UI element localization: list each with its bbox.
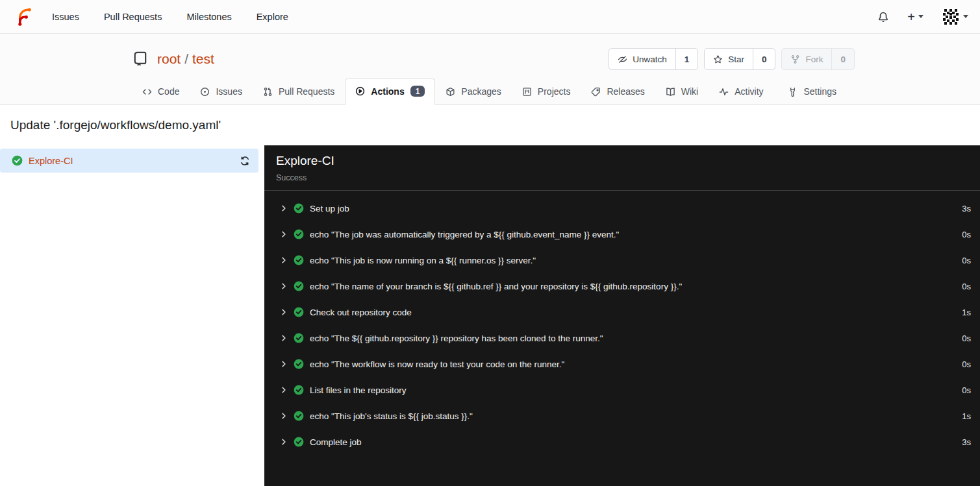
step-duration: 0s — [954, 334, 971, 343]
run-title: Update '.forgejo/workflows/demo.yaml' — [0, 105, 980, 145]
step-row[interactable]: Complete job 3s — [264, 429, 980, 455]
job-panel-title: Explore-CI — [276, 154, 968, 168]
tab-label: Pull Requests — [279, 86, 334, 97]
tab-label: Packages — [461, 86, 501, 97]
code-icon — [142, 87, 152, 97]
repo-owner-link[interactable]: root — [157, 51, 181, 66]
watch-count[interactable]: 1 — [675, 49, 698, 69]
star-button[interactable]: Star — [705, 49, 753, 69]
tab-issues[interactable]: Issues — [190, 79, 252, 105]
step-row[interactable]: echo "The ${{ github.repository }} repos… — [264, 325, 980, 351]
fork-button[interactable]: Fork — [782, 49, 831, 69]
repo-action-buttons: Unwatch 1 Star 0 — [609, 48, 855, 70]
chevron-right-icon — [280, 438, 288, 446]
repo-name-link[interactable]: test — [192, 51, 214, 66]
nav-link[interactable]: Pull Requests — [104, 12, 162, 22]
job-panel-header: Explore-CI Success — [264, 145, 980, 191]
tab-label: Issues — [216, 86, 242, 97]
nav-link[interactable]: Explore — [257, 12, 288, 22]
fork-icon — [790, 55, 800, 64]
job-name: Explore-CI — [29, 156, 73, 166]
job-item-explore-ci[interactable]: Explore-CI — [0, 149, 258, 173]
jobs-sidebar: Explore-CI — [0, 145, 264, 486]
step-row[interactable]: Check out repository code 1s — [264, 299, 980, 325]
check-circle-icon — [294, 385, 304, 395]
step-name: Set up job — [310, 204, 349, 213]
create-new-button[interactable]: + — [907, 10, 923, 23]
repo-header: root/test Unwatch 1 — [0, 34, 980, 105]
unwatch-button[interactable]: Unwatch — [609, 49, 675, 69]
step-row[interactable]: echo "This job's status is ${{ job.statu… — [264, 403, 980, 429]
step-duration: 1s — [954, 308, 971, 317]
run-body: Explore-CI Explore-CI Success — [0, 145, 980, 486]
steps-list: Set up job 3s echo "The job was automati… — [264, 191, 980, 455]
tab-wiki[interactable]: Wiki — [655, 79, 709, 105]
chevron-right-icon — [280, 282, 288, 290]
step-duration: 0s — [954, 256, 971, 265]
step-row[interactable]: echo "The workflow is now ready to test … — [264, 351, 980, 377]
tab-label: Code — [158, 86, 179, 97]
tab-label: Activity — [735, 86, 763, 97]
tab-activity[interactable]: Activity — [709, 79, 773, 105]
check-circle-icon — [294, 203, 304, 213]
tab-packages[interactable]: Packages — [435, 79, 511, 105]
check-circle-icon — [294, 411, 304, 421]
tab-actions[interactable]: Actions 1 — [345, 78, 435, 105]
chevron-right-icon — [280, 334, 288, 342]
bell-icon — [877, 11, 889, 23]
check-circle-icon — [294, 333, 304, 343]
check-circle-icon — [294, 255, 304, 265]
step-row[interactable]: echo "This job is now running on a ${{ r… — [264, 247, 980, 273]
step-name: Complete job — [310, 437, 362, 447]
step-row[interactable]: echo "The name of your branch is ${{ git… — [264, 273, 980, 299]
step-duration: 1s — [954, 411, 971, 421]
step-name: List files in the repository — [310, 385, 407, 395]
pulse-icon — [719, 87, 729, 97]
sync-icon[interactable] — [240, 156, 250, 166]
step-duration: 0s — [954, 359, 971, 369]
nav-link[interactable]: Issues — [52, 12, 79, 22]
step-row[interactable]: Set up job 3s — [264, 195, 980, 221]
star-icon — [713, 55, 723, 64]
tab-pull-requests[interactable]: Pull Requests — [253, 79, 345, 105]
chevron-right-icon — [280, 412, 288, 420]
pull-request-icon — [263, 87, 273, 97]
tab-code[interactable]: Code — [132, 79, 190, 105]
job-status-text: Success — [276, 173, 968, 182]
step-name: echo "This job's status is ${{ job.statu… — [310, 411, 473, 421]
check-circle-icon — [12, 155, 23, 166]
tab-label: Wiki — [681, 86, 698, 97]
chevron-right-icon — [280, 308, 288, 316]
fork-count[interactable]: 0 — [831, 49, 854, 69]
top-navbar: IssuesPull RequestsMilestonesExplore + — [0, 0, 980, 34]
tab-projects[interactable]: Projects — [512, 79, 581, 105]
user-menu[interactable] — [942, 8, 968, 26]
tab-settings[interactable]: Settings — [777, 79, 847, 105]
step-duration: 0s — [954, 282, 971, 291]
repo-separator: / — [184, 51, 188, 66]
check-circle-icon — [294, 359, 304, 369]
unwatch-label: Unwatch — [633, 55, 667, 64]
package-icon — [446, 87, 455, 97]
step-duration: 0s — [954, 385, 971, 395]
caret-down-icon — [963, 15, 968, 18]
notifications-button[interactable] — [877, 11, 889, 23]
actions-count-badge: 1 — [410, 86, 425, 97]
check-circle-icon — [294, 307, 304, 317]
check-circle-icon — [294, 281, 304, 291]
tab-releases[interactable]: Releases — [581, 79, 655, 105]
watch-button-group: Unwatch 1 — [609, 48, 698, 70]
star-label: Star — [728, 55, 744, 64]
star-button-group: Star 0 — [704, 48, 775, 70]
nav-link[interactable]: Milestones — [186, 12, 231, 22]
tab-label: Projects — [538, 86, 571, 97]
project-icon — [522, 87, 532, 97]
step-row[interactable]: echo "The job was automatically triggere… — [264, 221, 980, 247]
star-count[interactable]: 0 — [753, 49, 775, 69]
step-duration: 0s — [954, 230, 971, 239]
forgejo-logo[interactable] — [14, 7, 34, 27]
tab-label: Settings — [803, 86, 836, 97]
topbar-right: + — [877, 8, 968, 26]
step-row[interactable]: List files in the repository 0s — [264, 377, 980, 403]
book-icon — [666, 87, 675, 97]
